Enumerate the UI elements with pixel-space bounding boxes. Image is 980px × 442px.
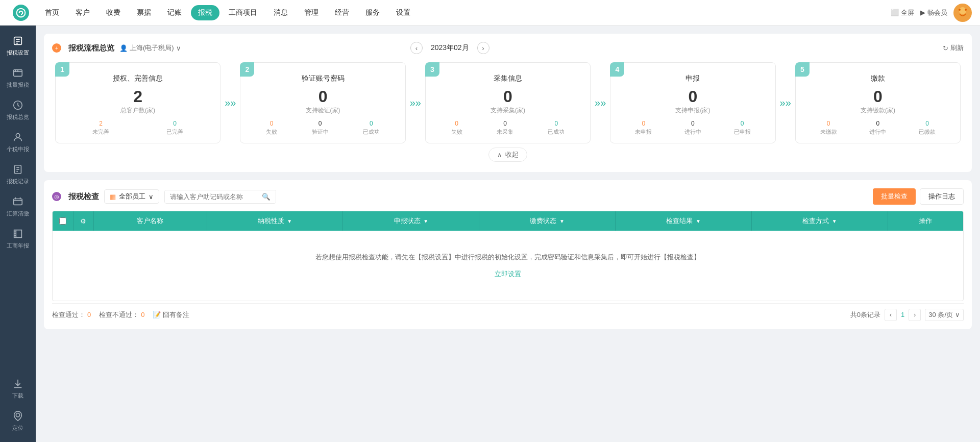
step-count-5: 0 <box>804 87 952 106</box>
stat-col-4-0: 0 未申报 <box>635 120 652 136</box>
nav-item-invoice[interactable]: 票据 <box>130 5 158 20</box>
search-button[interactable]: 🔍 <box>257 190 276 203</box>
stat-label-3-2: 已成功 <box>548 128 565 136</box>
batch-check-btn[interactable]: 批量检查 <box>873 188 916 205</box>
nav-item-settings[interactable]: 设置 <box>389 5 418 20</box>
nav-item-fee[interactable]: 收费 <box>99 5 128 20</box>
step-num-2: 2 <box>240 62 254 77</box>
fail-count[interactable]: 0 <box>141 311 144 318</box>
content-area: + 报税流程总览 👤 上海(电子税局) ∨ ‹ 2023年02月 › ↻ 刷新 <box>36 26 980 442</box>
search-icon: 🔍 <box>262 193 271 201</box>
refresh-icon: ↻ <box>943 44 948 52</box>
th-customer-name[interactable]: 客户名称 <box>93 211 207 231</box>
settings-icon: ⚙ <box>80 217 86 225</box>
nav-item-bookkeeping[interactable]: 记账 <box>160 5 189 20</box>
section-title: 报税检查 <box>68 192 99 202</box>
stat-val-3-1: 0 <box>503 120 507 127</box>
nav-item-operation[interactable]: 经营 <box>328 5 356 20</box>
nav-items: 首页 客户 收费 票据 记账 报税 工商项目 消息 管理 经营 服务 设置 <box>38 5 891 20</box>
sidebar-item-annual-report[interactable]: 工商年报 <box>0 223 36 255</box>
sidebar-item-personal-tax[interactable]: 个税申报 <box>0 126 36 158</box>
svg-point-2 <box>959 9 961 11</box>
settings-th: ⚙ <box>73 211 93 231</box>
operation-log-btn[interactable]: 操作日志 <box>920 188 964 205</box>
svg-point-23 <box>16 413 19 417</box>
location-tag[interactable]: 👤 上海(电子税局) ∨ <box>119 43 181 53</box>
stat-val-1-0: 2 <box>99 120 103 127</box>
stat-col-2-2: 0 已成功 <box>363 120 380 136</box>
sidebar-item-location[interactable]: 定位 <box>0 406 36 436</box>
annual-report-icon <box>12 228 24 240</box>
nav-item-message[interactable]: 消息 <box>266 5 295 20</box>
fullscreen-btn[interactable]: ⬜ 全屏 <box>891 8 914 17</box>
fullscreen-icon: ⬜ <box>891 9 899 16</box>
step-title-2: 验证账号密码 <box>249 74 397 83</box>
month-nav: ‹ 2023年02月 › <box>410 42 489 54</box>
stat-val-3-2: 0 <box>555 120 558 127</box>
stat-col-5-0: 0 未缴款 <box>820 120 837 136</box>
step-title-3: 采集信息 <box>434 74 582 83</box>
prev-page-btn[interactable]: ‹ <box>885 309 897 321</box>
step-title-5: 缴款 <box>804 74 952 83</box>
stat-val-2-0: 0 <box>270 120 274 127</box>
step-num-1: 1 <box>55 62 69 77</box>
nav-item-service[interactable]: 服务 <box>358 5 387 20</box>
stat-val-2-1: 0 <box>318 120 322 127</box>
th-check-method[interactable]: 检查方式 ▼ <box>752 211 888 231</box>
nav-item-management[interactable]: 管理 <box>297 5 326 20</box>
fail-stat: 检查不通过： 0 <box>99 310 144 320</box>
sidebar-item-tax-settings[interactable]: 报税设置 <box>0 30 36 62</box>
th-tax-nature[interactable]: 纳税性质 ▼ <box>207 211 343 231</box>
personal-tax-icon <box>12 131 24 143</box>
flow-steps: 1 授权、完善信息 2 总客户数(家) 2 未完善 0 已完善 <box>52 62 964 143</box>
vip-btn[interactable]: ▶ 畅会员 <box>920 8 947 17</box>
per-page-select[interactable]: 30 条/页 ∨ <box>925 309 964 321</box>
vip-icon: ▶ <box>920 9 925 16</box>
step-count-2: 0 <box>249 87 397 106</box>
collapse-btn[interactable]: ∧ 收起 <box>488 148 527 162</box>
select-all-checkbox[interactable] <box>59 217 66 225</box>
search-box: 🔍 <box>164 190 276 204</box>
next-page-btn[interactable]: › <box>909 309 921 321</box>
th-check-result[interactable]: 检查结果 ▼ <box>616 211 752 231</box>
avatar[interactable] <box>953 4 972 22</box>
step-count-4: 0 <box>619 87 767 106</box>
sidebar-item-tax-overview[interactable]: 报税总览 <box>0 94 36 126</box>
sidebar-item-batch-tax[interactable]: 批量报税 <box>0 62 36 94</box>
stat-val-5-1: 0 <box>876 120 880 127</box>
pass-stat: 检查通过： 0 <box>52 310 91 320</box>
th-declare-status[interactable]: 申报状态 ▼ <box>343 211 479 231</box>
sidebar-item-tax-settlement[interactable]: 汇算清缴 <box>0 190 36 223</box>
nav-item-tax[interactable]: 报税 <box>191 5 219 20</box>
sidebar-item-tax-record[interactable]: 报税记录 <box>0 158 36 190</box>
svg-point-1 <box>959 7 966 14</box>
location-icon <box>12 410 24 422</box>
nav-item-customer[interactable]: 客户 <box>68 5 97 20</box>
tax-overview-icon <box>12 99 24 111</box>
stat-label-5-2: 已缴款 <box>919 128 936 136</box>
sidebar-item-download[interactable]: 下载 <box>0 374 36 404</box>
next-month-btn[interactable]: › <box>477 42 489 54</box>
collapse-up-icon: ∧ <box>497 151 502 159</box>
stat-label-1-0: 未完善 <box>92 128 109 136</box>
step-num-5: 5 <box>795 62 810 77</box>
nav-item-home[interactable]: 首页 <box>38 5 66 20</box>
search-input[interactable] <box>165 190 257 203</box>
nav-item-business[interactable]: 工商项目 <box>222 5 264 20</box>
chevron-down-icon: ∨ <box>176 44 181 52</box>
check-table: ⚙ 客户名称 纳税性质 ▼ 申报状态 ▼ <box>53 211 963 231</box>
header-right: 批量检查 操作日志 <box>873 188 964 205</box>
prev-month-btn[interactable]: ‹ <box>410 42 423 54</box>
employee-filter[interactable]: ▦ 全部员工 ∨ <box>104 189 159 204</box>
setup-link[interactable]: 立即设置 <box>495 270 521 278</box>
check-table-wrapper: ⚙ 客户名称 纳税性质 ▼ 申报状态 ▼ <box>52 211 964 301</box>
sidebar: 报税设置 批量报税 报税总览 <box>0 26 36 442</box>
filter-icon-5: ▼ <box>832 218 837 224</box>
arrow-3: »» <box>594 62 607 143</box>
refresh-btn[interactable]: ↻ 刷新 <box>943 43 964 53</box>
th-pay-status[interactable]: 缴费状态 ▼ <box>479 211 616 231</box>
pass-count[interactable]: 0 <box>87 311 91 318</box>
stat-label-4-1: 进行中 <box>684 128 701 136</box>
tax-flow-card: + 报税流程总览 👤 上海(电子税局) ∨ ‹ 2023年02月 › ↻ 刷新 <box>44 34 972 172</box>
step-num-3: 3 <box>425 62 439 77</box>
